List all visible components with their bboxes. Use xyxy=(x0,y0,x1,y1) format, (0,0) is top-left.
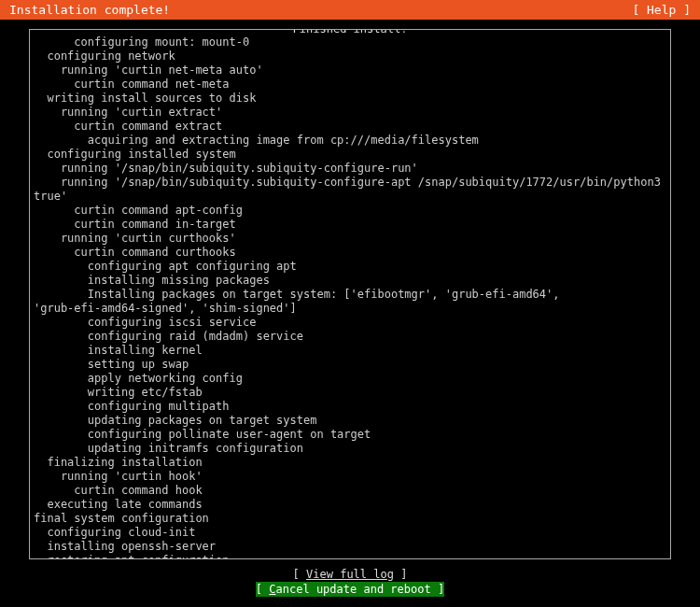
main-area: Finished install! configuring mount: mou… xyxy=(0,20,700,597)
cancel-update-reboot-button[interactable]: [ Cancel update and reboot ] xyxy=(256,582,444,597)
header-bar: Installation complete! [ Help ] xyxy=(0,0,700,20)
bracket-close: ] xyxy=(394,568,407,581)
bracket-open: [ xyxy=(256,583,269,596)
cancel-rest-label: ancel update and reboot xyxy=(276,583,431,596)
help-button[interactable]: [ Help ] xyxy=(632,3,691,17)
view-full-log-label: View full log xyxy=(306,568,394,581)
cancel-hotkey: C xyxy=(269,583,275,596)
view-full-log-button[interactable]: [ View full log ] xyxy=(293,567,408,582)
bracket-open: [ xyxy=(293,568,306,581)
install-log: configuring mount: mount-0 configuring n… xyxy=(34,35,666,559)
bracket-close: ] xyxy=(431,583,444,596)
install-log-box: Finished install! configuring mount: mou… xyxy=(29,29,671,559)
page-title: Installation complete! xyxy=(9,3,170,17)
log-box-title: Finished install! xyxy=(287,29,413,35)
footer-buttons: [ View full log ] [ Cancel update and re… xyxy=(7,567,693,597)
